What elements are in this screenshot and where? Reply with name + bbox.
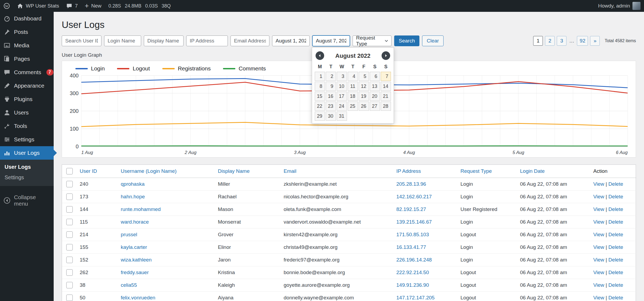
datepicker-day-16[interactable]: 16 [326,92,336,101]
delete-link[interactable]: Delete [608,244,623,250]
sidebar-item-dashboard[interactable]: Dashboard [0,12,54,25]
ip-address-link[interactable]: 205.28.13.96 [396,181,426,187]
delete-link[interactable]: Delete [608,194,623,199]
datepicker-day-25[interactable]: 25 [348,102,358,111]
datepicker-day-3[interactable]: 3 [337,72,347,81]
datepicker-day-8[interactable]: 8 [315,82,325,91]
datepicker-day-4[interactable]: 4 [348,72,358,81]
datepicker-day-19[interactable]: 19 [359,92,369,101]
delete-link[interactable]: Delete [608,295,623,300]
username-link[interactable]: ward.horace [121,219,149,225]
view-link[interactable]: View [593,206,604,212]
query-monitor-stats[interactable]: 0.28S 24.8MB 0.03S 38Q [105,0,174,12]
delete-link[interactable]: Delete [608,270,623,275]
datepicker-day-13[interactable]: 13 [370,82,380,91]
row-checkbox[interactable] [66,231,73,238]
row-checkbox[interactable] [66,194,73,200]
search-user-id-input[interactable] [62,35,101,46]
adminbar-comments-button[interactable]: 7 [63,0,81,12]
delete-link[interactable]: Delete [608,282,623,288]
datepicker-day-23[interactable]: 23 [326,102,336,111]
username-link[interactable]: hahn.hope [121,194,145,199]
sidebar-item-user-logs[interactable]: User Logs [0,146,54,160]
datepicker-prev-button[interactable] [316,51,324,60]
row-checkbox[interactable] [66,219,73,225]
delete-link[interactable]: Delete [608,181,623,187]
ip-address-input[interactable] [186,35,228,46]
sidebar-item-appearance[interactable]: Appearance [0,79,54,92]
username-link[interactable]: freddy.sauer [121,270,149,275]
row-checkbox[interactable] [66,206,73,213]
username-link[interactable]: wiza.kathleen [121,257,152,263]
view-link[interactable]: View [593,181,604,187]
sidebar-item-media[interactable]: Media [0,39,54,52]
next-page-button[interactable]: » [590,36,600,46]
view-link[interactable]: View [593,194,604,199]
display-name-input[interactable] [144,35,184,46]
datepicker-next-button[interactable] [382,51,390,60]
datepicker-day-28[interactable]: 28 [381,102,391,111]
sidebar-item-comments[interactable]: Comments7 [0,66,54,79]
column-header-display-name[interactable]: Display Name [215,165,281,178]
ip-address-link[interactable]: 226.196.14.248 [396,257,432,263]
request-type-select[interactable]: Request Type [353,35,391,46]
datepicker-day-17[interactable]: 17 [337,92,347,101]
username-link[interactable]: celia55 [121,282,137,288]
ip-address-link[interactable]: 16.133.41.77 [396,244,426,250]
page-button-92[interactable]: 92 [577,36,588,46]
row-checkbox[interactable] [66,257,73,263]
view-link[interactable]: View [593,219,604,225]
datepicker-day-9[interactable]: 9 [326,82,336,91]
datepicker-day-24[interactable]: 24 [337,102,347,111]
row-checkbox[interactable] [66,269,73,276]
datepicker-day-2[interactable]: 2 [326,72,336,81]
datepicker-day-29[interactable]: 29 [315,112,325,121]
datepicker-day-18[interactable]: 18 [348,92,358,101]
username-link[interactable]: runte.mohammed [121,206,161,212]
datepicker-day-14[interactable]: 14 [381,82,391,91]
datepicker-day-6[interactable]: 6 [370,72,380,81]
datepicker-day-26[interactable]: 26 [359,102,369,111]
wp-logo-button[interactable]: W [0,0,13,12]
select-all-checkbox[interactable] [66,168,73,174]
column-header-user-id[interactable]: User ID [77,165,118,178]
view-link[interactable]: View [593,295,604,300]
username-link[interactable]: prussel [121,232,137,237]
view-link[interactable]: View [593,244,604,250]
ip-address-link[interactable]: 142.162.60.217 [396,194,432,199]
email-address-input[interactable] [230,35,269,46]
row-checkbox[interactable] [66,181,73,187]
view-link[interactable]: View [593,232,604,237]
view-link[interactable]: View [593,257,604,263]
ip-address-link[interactable]: 222.92.214.50 [396,270,429,275]
datepicker-day-15[interactable]: 15 [315,92,325,101]
new-content-button[interactable]: + New [81,0,105,12]
ip-address-link[interactable]: 149.91.236.90 [396,282,429,288]
collapse-menu-button[interactable]: Collapse menu [0,191,54,210]
delete-link[interactable]: Delete [608,257,623,263]
username-link[interactable]: qprohaska [121,181,145,187]
clear-button[interactable]: Clear [422,35,443,46]
delete-link[interactable]: Delete [608,219,623,225]
column-header-username-login-name-[interactable]: Username (Login Name) [118,165,215,178]
column-header-request-type[interactable]: Request Type [458,165,517,178]
ip-address-link[interactable]: 147.172.147.205 [396,295,435,300]
date-from-input[interactable] [272,35,310,46]
sidebar-item-plugins[interactable]: Plugins [0,92,54,106]
sidebar-item-users[interactable]: Users [0,106,54,119]
sidebar-item-settings[interactable]: Settings [0,133,54,146]
account-menu[interactable]: Howdy, admin [595,0,644,12]
datepicker-day-22[interactable]: 22 [315,102,325,111]
datepicker-day-11[interactable]: 11 [348,82,358,91]
date-to-input[interactable] [312,35,350,46]
column-header-ip-address[interactable]: IP Address [394,165,458,178]
delete-link[interactable]: Delete [608,206,623,212]
username-link[interactable]: kayla.carter [121,244,147,250]
row-checkbox[interactable] [66,244,73,250]
sidebar-item-posts[interactable]: Posts [0,25,54,39]
page-button-3[interactable]: 3 [557,36,566,46]
submenu-item-settings[interactable]: Settings [0,172,54,183]
view-link[interactable]: View [593,270,604,275]
datepicker-day-31[interactable]: 31 [337,112,347,121]
datepicker-day-27[interactable]: 27 [370,102,380,111]
